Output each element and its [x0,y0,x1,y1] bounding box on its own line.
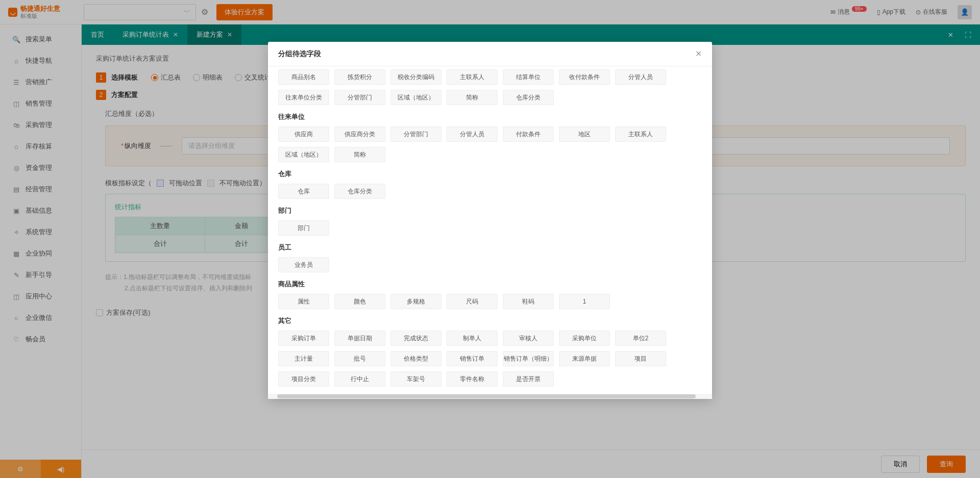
field-chip[interactable]: 颜色 [334,294,385,309]
field-picker-modal: 分组待选字段 ✕ 商品别名拣货积分税收分类编码主联系人结算单位收付款条件分管人员… [268,42,712,399]
field-chip[interactable]: 商品别名 [278,69,329,85]
field-group-title: 其它 [278,316,702,325]
field-chip[interactable]: 税收分类编码 [390,69,442,85]
field-chip[interactable]: 简称 [334,147,385,162]
field-chip[interactable]: 地区 [559,127,610,142]
field-chip[interactable]: 制单人 [447,331,498,346]
field-chip[interactable]: 鞋码 [503,294,554,309]
field-chip[interactable]: 审核人 [503,331,554,346]
field-chip[interactable]: 业务员 [278,257,329,272]
field-chip[interactable]: 销售订单 [447,351,498,366]
field-chip[interactable]: 多规格 [390,294,442,309]
field-group-title: 仓库 [278,169,702,179]
field-chip[interactable]: 主联系人 [447,69,498,85]
field-chip[interactable]: 1 [559,294,610,309]
field-chip[interactable]: 供应商 [278,127,329,142]
field-chip[interactable]: 分管人员 [615,69,666,85]
field-chip[interactable]: 销售订单（明细） [503,351,554,366]
field-chip[interactable]: 简称 [447,90,498,105]
field-chip[interactable]: 主联系人 [615,127,666,142]
field-chip[interactable]: 分管部门 [334,90,385,105]
field-chip[interactable]: 车架号 [390,371,442,387]
field-group-title: 部门 [278,206,702,215]
field-chip[interactable]: 往来单位分类 [278,90,329,105]
field-chip[interactable]: 来源单据 [559,351,610,366]
field-chip[interactable]: 属性 [278,294,329,309]
field-chip[interactable]: 单位2 [615,331,666,346]
field-chip[interactable]: 部门 [278,220,329,236]
field-chip[interactable]: 分管人员 [447,127,498,142]
field-chip[interactable]: 价格类型 [390,351,442,366]
field-chip[interactable]: 采购订单 [278,331,329,346]
field-chip[interactable]: 拣货积分 [334,69,385,85]
field-chip[interactable]: 付款条件 [503,127,554,142]
field-chip[interactable]: 单据日期 [334,331,385,346]
field-chip[interactable]: 区域（地区） [390,90,442,105]
field-chip[interactable]: 是否开票 [503,371,554,387]
field-chip[interactable]: 项目分类 [278,371,329,387]
modal-title: 分组待选字段 [278,49,321,59]
field-chip[interactable]: 仓库分类 [334,184,385,199]
field-chip[interactable]: 批号 [334,351,385,366]
field-chip[interactable]: 主计量 [278,351,329,366]
modal-close-button[interactable]: ✕ [695,49,702,59]
field-chip[interactable]: 收付款条件 [559,69,610,85]
field-group-title: 员工 [278,243,702,252]
field-chip[interactable]: 供应商分类 [334,127,385,142]
field-chip[interactable]: 采购单位 [559,331,610,346]
field-group-title: 往来单位 [278,112,702,121]
field-chip[interactable]: 行中止 [334,371,385,387]
field-chip[interactable]: 项目 [615,351,666,366]
field-chip[interactable]: 仓库 [278,184,329,199]
horizontal-scrollbar[interactable] [268,394,712,399]
field-chip[interactable]: 结算单位 [503,69,554,85]
field-chip[interactable]: 零件名称 [447,371,498,387]
field-chip[interactable]: 仓库分类 [503,90,554,105]
field-chip[interactable]: 分管部门 [390,127,442,142]
field-group-title: 商品属性 [278,280,702,289]
field-chip[interactable]: 完成状态 [390,331,442,346]
field-chip[interactable]: 区域（地区） [278,147,329,162]
field-chip[interactable]: 尺码 [447,294,498,309]
